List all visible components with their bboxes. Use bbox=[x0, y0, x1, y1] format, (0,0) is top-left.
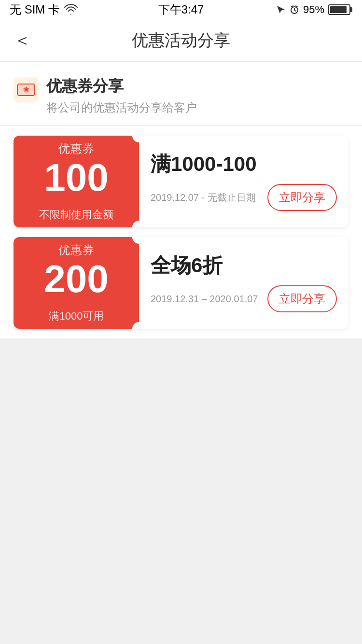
coupon-condition-1: 不限制使用金额 bbox=[39, 208, 113, 222]
status-bar: 无 SIM 卡 下午3:47 95% bbox=[0, 0, 362, 19]
page-title: 优惠活动分享 bbox=[132, 29, 230, 52]
battery-percent: 95% bbox=[303, 3, 324, 16]
nav-bar: ＜ 优惠活动分享 bbox=[0, 19, 362, 62]
section-title: 优惠券分享 bbox=[46, 76, 197, 97]
location-icon bbox=[276, 5, 286, 14]
status-right: 95% bbox=[276, 3, 352, 16]
coupon-bottom-row-2: 2019.12.31 – 2020.01.07 立即分享 bbox=[151, 285, 337, 312]
status-time: 下午3:47 bbox=[158, 2, 204, 17]
status-left: 无 SIM 卡 bbox=[10, 2, 78, 17]
svg-text:★: ★ bbox=[23, 85, 29, 93]
coupon-section-icon: ★ bbox=[14, 77, 39, 102]
coupon-list: 优惠券 100 不限制使用金额 满1000-100 2019.12.07 - 无… bbox=[0, 126, 362, 338]
coupon-date-2: 2019.12.31 – 2020.01.07 bbox=[151, 294, 262, 305]
carrier-text: 无 SIM 卡 bbox=[10, 2, 60, 17]
coupon-left-2: 优惠券 200 满1000可用 bbox=[14, 237, 139, 329]
coupon-left-1: 优惠券 100 不限制使用金额 bbox=[14, 136, 139, 227]
coupon-condition-2: 满1000可用 bbox=[49, 309, 104, 323]
share-button-2[interactable]: 立即分享 bbox=[267, 285, 337, 312]
coupon-name-2: 全场6折 bbox=[151, 253, 337, 278]
section-text: 优惠券分享 将公司的优惠活动分享给客户 bbox=[46, 76, 197, 115]
coupon-amount-2: 200 bbox=[44, 260, 108, 298]
coupon-name-1: 满1000-100 bbox=[151, 152, 337, 176]
coupon-label-2: 优惠券 bbox=[58, 242, 95, 258]
bottom-area bbox=[0, 338, 362, 589]
coupon-right-2: 全场6折 2019.12.31 – 2020.01.07 立即分享 bbox=[139, 237, 348, 329]
alarm-icon bbox=[290, 5, 299, 14]
section-subtitle: 将公司的优惠活动分享给客户 bbox=[46, 99, 197, 116]
section-header: ★ 优惠券分享 将公司的优惠活动分享给客户 bbox=[0, 62, 362, 125]
battery-icon bbox=[328, 4, 352, 15]
wifi-icon bbox=[64, 4, 78, 15]
svg-line-2 bbox=[294, 10, 296, 11]
coupon-amount-1: 100 bbox=[44, 158, 108, 197]
coupon-label-1: 优惠券 bbox=[58, 141, 95, 156]
coupon-card-2: 优惠券 200 满1000可用 全场6折 2019.12.31 – 2020.0… bbox=[14, 237, 348, 329]
coupon-date-1: 2019.12.07 - 无截止日期 bbox=[151, 191, 262, 204]
coupon-card-1: 优惠券 100 不限制使用金额 满1000-100 2019.12.07 - 无… bbox=[14, 136, 348, 227]
share-button-1[interactable]: 立即分享 bbox=[267, 184, 337, 211]
back-button[interactable]: ＜ bbox=[14, 28, 31, 52]
coupon-bottom-row-1: 2019.12.07 - 无截止日期 立即分享 bbox=[151, 184, 337, 211]
coupon-right-1: 满1000-100 2019.12.07 - 无截止日期 立即分享 bbox=[139, 136, 348, 227]
